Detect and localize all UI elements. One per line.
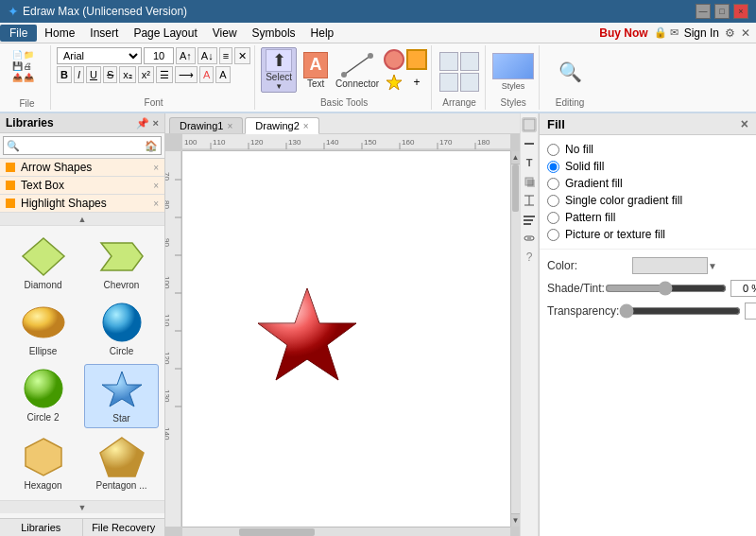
arrow-shapes-close[interactable]: × bbox=[153, 163, 159, 173]
styles-preview[interactable] bbox=[492, 53, 534, 79]
search-home-icon[interactable]: 🏠 bbox=[142, 140, 161, 152]
font-color-btn[interactable]: A bbox=[199, 66, 214, 83]
fill-option-none[interactable]: No fill bbox=[547, 141, 748, 158]
file-menu[interactable]: File bbox=[0, 25, 37, 42]
shape-pentagon[interactable]: Pentagon ... bbox=[84, 432, 159, 494]
tab1-close[interactable]: × bbox=[227, 121, 232, 131]
shape-extra-btn[interactable] bbox=[384, 72, 404, 93]
superscript-btn[interactable]: x² bbox=[138, 66, 154, 83]
fill-option-single-gradient[interactable]: Single color gradient fill bbox=[547, 192, 748, 209]
link-icon-btn[interactable] bbox=[522, 231, 537, 246]
fill-option-texture[interactable]: Picture or texture fill bbox=[547, 226, 748, 243]
file-btn[interactable]: 📄 📁 💾 🖨 📤 📤 bbox=[8, 47, 45, 96]
fill-option-gradient[interactable]: Gradient fill bbox=[547, 175, 748, 192]
connector-tool-btn[interactable]: Connector bbox=[335, 47, 380, 93]
tab-drawing1[interactable]: Drawing1 × bbox=[169, 117, 243, 133]
fill-option-pattern[interactable]: Pattern fill bbox=[547, 209, 748, 226]
shade-value[interactable] bbox=[730, 280, 756, 297]
shape-circle[interactable]: Circle bbox=[84, 298, 159, 360]
shadow-icon-btn[interactable] bbox=[522, 174, 537, 189]
font-grow-btn[interactable]: A↑ bbox=[176, 47, 196, 64]
fill-close[interactable]: × bbox=[741, 116, 748, 131]
menu-help[interactable]: Help bbox=[303, 25, 342, 42]
transparency-value[interactable] bbox=[745, 303, 756, 320]
shape-square-btn[interactable] bbox=[406, 49, 427, 70]
shape-circle-btn[interactable] bbox=[384, 49, 404, 70]
textbox-close[interactable]: × bbox=[153, 181, 159, 191]
menu-home[interactable]: Home bbox=[37, 25, 82, 42]
scroll-down-btn[interactable]: ▼ bbox=[0, 500, 164, 513]
shape-diamond[interactable]: Diamond bbox=[6, 232, 80, 294]
canvas[interactable] bbox=[182, 151, 510, 527]
shape-plus-btn[interactable]: + bbox=[406, 72, 427, 93]
select-dropdown[interactable]: ▼ bbox=[275, 82, 283, 91]
title-bar-controls[interactable]: — □ × bbox=[696, 4, 748, 19]
fill-gradient-radio[interactable] bbox=[547, 178, 559, 190]
close-app-icon[interactable]: ✕ bbox=[741, 26, 750, 40]
sign-in-link[interactable]: Sign In bbox=[684, 26, 719, 40]
indent-btn[interactable]: ⟶ bbox=[175, 66, 198, 83]
fill-none-radio[interactable] bbox=[547, 144, 559, 156]
clear-format-btn[interactable]: ✕ bbox=[234, 47, 250, 64]
arrange-btn2[interactable] bbox=[460, 52, 479, 71]
shape-star[interactable]: Star bbox=[84, 364, 159, 428]
tab-drawing2[interactable]: Drawing2 × bbox=[245, 117, 318, 134]
arrange-btn1[interactable] bbox=[439, 52, 458, 71]
scroll-up-btn[interactable]: ▲ bbox=[0, 213, 164, 226]
strikethrough-btn[interactable]: S bbox=[103, 66, 117, 83]
menu-insert[interactable]: Insert bbox=[82, 25, 126, 42]
bold-btn[interactable]: B bbox=[57, 66, 72, 83]
font-size-input[interactable] bbox=[144, 47, 174, 64]
fill-texture-radio[interactable] bbox=[547, 229, 559, 241]
list-btn[interactable]: ☰ bbox=[156, 66, 173, 83]
file-recovery-btn[interactable]: File Recovery bbox=[83, 519, 165, 536]
menu-symbols[interactable]: Symbols bbox=[245, 25, 303, 42]
select-tool-btn[interactable]: ⬆ Select ▼ bbox=[261, 47, 297, 93]
italic-btn[interactable]: I bbox=[74, 66, 84, 83]
shape-chevron[interactable]: Chevron bbox=[84, 232, 159, 294]
underline-btn[interactable]: U bbox=[86, 66, 101, 83]
text-align-btn[interactable]: ≡ bbox=[219, 47, 232, 64]
help-icon-btn[interactable]: ? bbox=[522, 250, 537, 265]
paragraph-icon-btn[interactable] bbox=[522, 212, 537, 227]
shape-ellipse[interactable]: Ellipse bbox=[6, 298, 80, 360]
subscript-btn[interactable]: x₂ bbox=[119, 66, 136, 83]
close-button[interactable]: × bbox=[733, 4, 748, 19]
maximize-button[interactable]: □ bbox=[714, 4, 730, 19]
fill-single-gradient-radio[interactable] bbox=[547, 195, 559, 207]
minimize-button[interactable]: — bbox=[696, 4, 711, 19]
search-input[interactable] bbox=[23, 137, 142, 154]
text-tool-btn[interactable]: A Text bbox=[301, 47, 331, 93]
menu-view[interactable]: View bbox=[205, 25, 245, 42]
library-item-highlight[interactable]: Highlight Shapes × bbox=[0, 195, 164, 213]
size-icon-btn[interactable] bbox=[522, 193, 537, 208]
libraries-btn[interactable]: Libraries bbox=[0, 519, 83, 536]
line-icon-btn[interactable] bbox=[522, 136, 537, 151]
panel-pin-icon[interactable]: 📌 bbox=[136, 117, 149, 130]
panel-close-icon[interactable]: × bbox=[153, 117, 159, 130]
library-item-textbox[interactable]: Text Box × bbox=[0, 177, 164, 195]
shape-circle2[interactable]: Circle 2 bbox=[6, 364, 80, 428]
arrange-btn4[interactable] bbox=[460, 73, 479, 92]
font-shrink-btn[interactable]: A↓ bbox=[198, 47, 217, 64]
v-scrollbar[interactable]: ▲ ▼ bbox=[510, 151, 520, 527]
h-scroll-thumb[interactable] bbox=[239, 528, 315, 536]
highlight-btn[interactable]: A bbox=[215, 66, 230, 83]
shape-hexagon[interactable]: Hexagon bbox=[6, 432, 80, 494]
fill-solid-radio[interactable] bbox=[547, 161, 559, 173]
h-scrollbar[interactable] bbox=[182, 527, 510, 536]
scroll-up-arrow[interactable]: ▲ bbox=[511, 151, 520, 164]
text-icon-btn[interactable]: T bbox=[522, 155, 537, 170]
highlight-shapes-close[interactable]: × bbox=[153, 199, 159, 209]
v-scroll-thumb[interactable] bbox=[512, 164, 519, 212]
tab2-close[interactable]: × bbox=[303, 121, 309, 131]
library-item-arrow[interactable]: Arrow Shapes × bbox=[0, 159, 164, 177]
arrange-btn3[interactable] bbox=[439, 73, 458, 92]
fill-icon-btn[interactable] bbox=[522, 117, 537, 132]
fill-option-solid[interactable]: Solid fill bbox=[547, 158, 748, 175]
fill-pattern-radio[interactable] bbox=[547, 212, 559, 224]
font-name-select[interactable]: Arial bbox=[57, 47, 142, 64]
settings-icon[interactable]: ⚙ bbox=[725, 26, 735, 40]
canvas-star[interactable] bbox=[250, 284, 364, 395]
buy-now-link[interactable]: Buy Now bbox=[599, 26, 647, 40]
